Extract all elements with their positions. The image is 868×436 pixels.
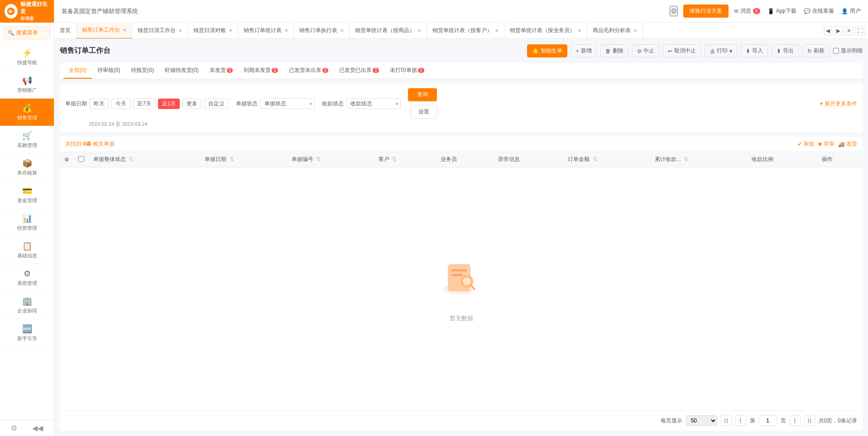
settings-button[interactable]: 设置 bbox=[411, 105, 437, 119]
tab-close-btn[interactable]: ✕ bbox=[633, 28, 637, 33]
search-menu-button[interactable]: 🔍 搜索菜单 bbox=[4, 26, 50, 39]
tab-cash-reconcile-close[interactable]: ✕ bbox=[229, 28, 232, 33]
sidebar-item-basic-info[interactable]: 📋 基础信息 bbox=[0, 237, 54, 264]
tabs-close-all-button[interactable]: ✕ bbox=[844, 26, 854, 35]
col-checkbox[interactable] bbox=[74, 152, 89, 167]
sidebar-item-inventory[interactable]: 📦 库存核算 bbox=[0, 154, 54, 181]
amount-sort-icon[interactable]: ⇅ bbox=[593, 156, 597, 162]
app-download-button[interactable]: 📱 App下载 bbox=[767, 7, 796, 15]
sub-tab-wangpu-pending[interactable]: 旺铺待发货(0) bbox=[159, 63, 204, 79]
ship-button[interactable]: 🚚 发货 bbox=[838, 140, 857, 148]
export-button[interactable]: ⬆ 导出 bbox=[772, 44, 799, 57]
tab-sales-single-stats-staff[interactable]: 销货单统计表（按业务员） ✕ bbox=[504, 23, 587, 39]
query-button[interactable]: 查询 bbox=[408, 88, 437, 101]
print-button[interactable]: 🖨 打印 ▾ bbox=[705, 44, 737, 57]
sub-tab-shipped-warehoused[interactable]: 已发货已出库0 bbox=[334, 63, 384, 79]
date-more-btn[interactable]: 更多 bbox=[182, 99, 201, 109]
sub-tab-pending-review[interactable]: 待审核(0) bbox=[92, 63, 126, 79]
online-service-button[interactable]: 💬 在线客服 bbox=[804, 7, 834, 15]
page-last-button[interactable]: ⟩⟩ bbox=[804, 415, 815, 426]
tab-sales-workbench-close[interactable]: ✕ bbox=[123, 28, 126, 33]
message-button[interactable]: ✉ 消息 6 bbox=[734, 7, 760, 15]
settings-footer-button[interactable]: ⚙ bbox=[11, 424, 17, 432]
tab-cash-reconcile[interactable]: 钱货日清对账 ✕ bbox=[188, 23, 238, 39]
tabs-prev-button[interactable]: ◀ bbox=[824, 26, 832, 35]
tabs-bar: 首页 销售订单工作台 ✕ 钱货日清工作台 ✕ 钱货日清对账 ✕ 销售订单统计表 … bbox=[54, 23, 868, 39]
user-menu-button[interactable]: 👤 用户 bbox=[841, 7, 861, 15]
smart-create-button[interactable]: ⭐ 智能生单 bbox=[527, 44, 567, 57]
tab-home[interactable]: 首页 bbox=[54, 23, 77, 39]
date-1month-btn[interactable]: 近1月 bbox=[158, 99, 180, 109]
tab-close-btn[interactable]: ✕ bbox=[495, 28, 499, 33]
sidebar-item-guide[interactable]: 🆕 新手引导 bbox=[0, 319, 54, 347]
select-all-checkbox[interactable] bbox=[78, 156, 84, 162]
col-collected: 累计收款... ⇅ bbox=[650, 152, 747, 167]
sub-tab-overdue-not-shipped[interactable]: 到期未发货0 bbox=[238, 63, 283, 79]
date-7days-btn[interactable]: 近7天 bbox=[133, 99, 155, 109]
sub-tab-all[interactable]: 全部(0) bbox=[63, 63, 92, 79]
show-detail-checkbox[interactable] bbox=[833, 48, 839, 54]
review-icon: ✔ bbox=[797, 141, 802, 147]
page-prev-button[interactable]: ⟨ bbox=[735, 415, 746, 426]
delete-button[interactable]: 🗑 删除 bbox=[600, 44, 628, 57]
number-sort-icon[interactable]: ⇅ bbox=[316, 156, 321, 162]
add-button[interactable]: + 新增 bbox=[571, 44, 597, 57]
page-first-button[interactable]: ⟨⟨ bbox=[721, 415, 732, 426]
date-today-btn[interactable]: 今天 bbox=[111, 99, 130, 109]
tab-sales-order-stats-close[interactable]: ✕ bbox=[284, 28, 288, 33]
tab-close-btn[interactable]: ✕ bbox=[578, 28, 581, 33]
status-select[interactable]: 单据状态 bbox=[260, 98, 315, 109]
tab-sales-order-stats[interactable]: 销售订单统计表 ✕ bbox=[238, 23, 294, 39]
tab-cash-daily-close[interactable]: ✕ bbox=[178, 28, 182, 33]
not-shipped-badge: 0 bbox=[227, 68, 233, 73]
add-icon: + bbox=[576, 48, 579, 54]
topbar-settings-button[interactable]: ⚙ bbox=[670, 6, 678, 16]
sidebar-item-quick-nav[interactable]: ⚡ 快捷导航 bbox=[0, 43, 54, 71]
sidebar-item-marketing[interactable]: 📢 营销推广 bbox=[0, 71, 54, 99]
tab-sales-order-exec[interactable]: 销售订单执行表 ✕ bbox=[294, 23, 350, 39]
import-button[interactable]: ⬇ 导入 bbox=[741, 44, 768, 57]
sidebar-item-label: 销售管理 bbox=[17, 114, 37, 121]
tab-sales-single-stats-product[interactable]: 销货单统计表（按商品） ✕ bbox=[350, 23, 427, 39]
sidebar-item-sales[interactable]: 💰 销售管理 bbox=[0, 99, 54, 126]
review-button[interactable]: ✔ 审核 bbox=[797, 140, 814, 148]
customer-sort-icon[interactable]: ⇅ bbox=[392, 156, 397, 162]
page-size-select[interactable]: 50 100 bbox=[686, 415, 717, 426]
table-scroll-container: ⚙ 单据整体状态 ⇅ 单据日期 ⇅ 单据编号 bbox=[60, 152, 863, 410]
sub-tab-pending-inspect[interactable]: 待拣货(0) bbox=[125, 63, 159, 79]
tab-close-btn[interactable]: ✕ bbox=[417, 28, 421, 33]
sidebar-item-finance[interactable]: 💳 资金管理 bbox=[0, 181, 54, 209]
tab-sales-workbench[interactable]: 销售订单工作台 ✕ bbox=[77, 23, 132, 39]
tab-sales-order-exec-close[interactable]: ✕ bbox=[340, 28, 344, 33]
expand-filter-button[interactable]: ▾ 展开更多条件 bbox=[820, 100, 857, 108]
date-yesterday-btn[interactable]: 昨天 bbox=[90, 99, 109, 109]
sub-tab-not-shipped[interactable]: 未发货0 bbox=[204, 63, 239, 79]
empty-state: 暂无数据 bbox=[60, 167, 863, 410]
tab-cash-daily[interactable]: 钱货日清工作台 ✕ bbox=[132, 23, 188, 39]
refresh-button[interactable]: ↻ 刷新 bbox=[802, 44, 830, 57]
collected-sort-icon[interactable]: ⇅ bbox=[684, 156, 688, 162]
show-detail-toggle[interactable]: 显示明细 bbox=[833, 47, 863, 55]
collapse-sidebar-button[interactable]: ◀◀ bbox=[32, 424, 43, 432]
sidebar-item-operations[interactable]: 📊 经营管理 bbox=[0, 209, 54, 237]
sidebar-item-system[interactable]: ⚙ 系统管理 bbox=[0, 264, 54, 292]
tab-sales-single-stats-customer[interactable]: 销货单统计表（按客户） ✕ bbox=[427, 23, 504, 39]
sidebar-item-enterprise[interactable]: 🏢 企业协同 bbox=[0, 292, 54, 319]
sub-tab-shipped-not-warehoused[interactable]: 已发货未出库0 bbox=[283, 63, 334, 79]
status-sort-icon[interactable]: ⇅ bbox=[129, 156, 133, 162]
cancel-review-button[interactable]: ✖ 弃审 bbox=[818, 140, 834, 148]
date-custom-btn[interactable]: 自定义 bbox=[204, 99, 229, 109]
tab-product-margin[interactable]: 商品毛利分析表 ✕ bbox=[587, 23, 643, 39]
col-settings[interactable]: ⚙ bbox=[60, 152, 74, 167]
payment-select[interactable]: 收款状态 bbox=[346, 98, 401, 109]
stop-button[interactable]: ⊘ 中止 bbox=[632, 44, 659, 57]
page-next-button[interactable]: ⟩ bbox=[790, 415, 801, 426]
industry-solution-button[interactable]: 体验行业方案 bbox=[683, 5, 729, 18]
tabs-next-button[interactable]: ▶ bbox=[834, 26, 843, 35]
cancel-stop-button[interactable]: ↩ 取消中止 bbox=[663, 44, 701, 57]
tabs-maximize-button[interactable]: ⛶ bbox=[855, 26, 865, 35]
page-input[interactable] bbox=[759, 415, 777, 426]
sub-tab-not-printed[interactable]: 未打印单据0 bbox=[384, 63, 430, 79]
date-sort-icon[interactable]: ⇅ bbox=[230, 156, 234, 162]
sidebar-item-purchase[interactable]: 🛒 采购管理 bbox=[0, 126, 54, 154]
